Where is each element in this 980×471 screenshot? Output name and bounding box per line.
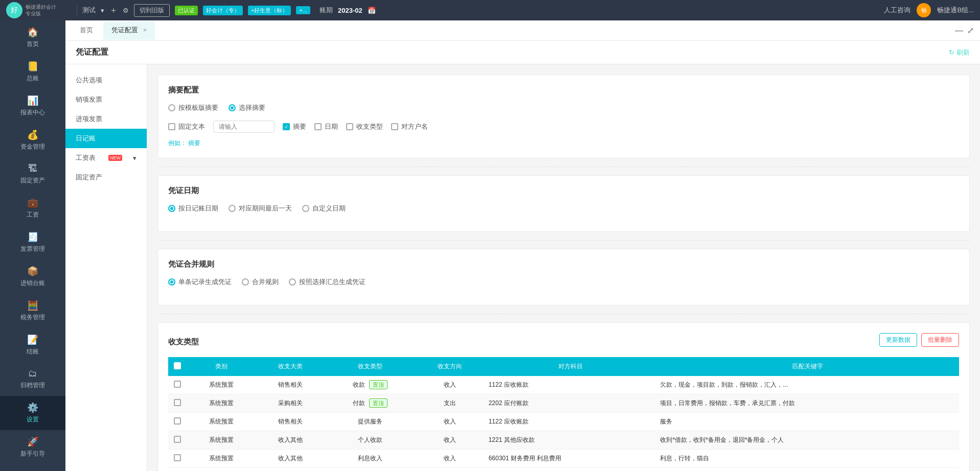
- th-major: 收支大类: [256, 357, 325, 376]
- row4-checkbox-box[interactable]: [174, 436, 181, 443]
- calendar-icon[interactable]: 📅: [368, 7, 376, 14]
- tab-close-icon[interactable]: ×: [143, 26, 147, 34]
- left-nav-journal[interactable]: 日记账: [65, 129, 147, 148]
- left-nav-public[interactable]: 公共选项: [65, 70, 147, 90]
- row5-major: 收入其他: [256, 450, 325, 468]
- sidebar-item-ledger[interactable]: 📒 总账: [0, 55, 65, 89]
- date-radio-custom[interactable]: 自定义日期: [302, 204, 346, 213]
- sidebar-item-fixed-assets[interactable]: 🏗 固定资产: [0, 157, 65, 191]
- row4-account: 1221 其他应收款: [485, 431, 656, 450]
- sidebar-item-settings[interactable]: ⚙️ 设置: [0, 396, 65, 430]
- tab-home[interactable]: 首页: [72, 21, 101, 40]
- checkbox-date[interactable]: 日期: [314, 122, 338, 131]
- date-radio-journal[interactable]: 按日记账日期: [168, 204, 218, 213]
- purchase-icon: 📦: [27, 266, 38, 277]
- row1-account: 1122 应收账款: [485, 376, 656, 394]
- summary-checkbox: ✓: [283, 123, 290, 130]
- row5-checkbox-box[interactable]: [174, 454, 181, 461]
- ledger-icon: 📒: [27, 61, 38, 72]
- summary-radio-template[interactable]: 按模板版摘要: [168, 103, 218, 112]
- update-data-button[interactable]: 更新数据: [879, 333, 917, 347]
- row5-checkbox[interactable]: [168, 450, 187, 468]
- left-nav-fixed-assets-sub[interactable]: 固定资产: [65, 168, 147, 187]
- merge-radio-merge[interactable]: 合并规则: [242, 277, 279, 287]
- summary-config-title: 摘要配置: [168, 85, 959, 95]
- sidebar-item-invoice[interactable]: 🧾 发票管理: [0, 225, 65, 260]
- topbar: 好 畅捷通好会计 专业版 测试 ▾ ＋ ⚙ 切到旧版 已认证 好会计（专） +好…: [0, 0, 980, 20]
- tab-voucher-config[interactable]: 凭证配置 ×: [103, 21, 155, 40]
- checkbox-counterpart[interactable]: 对方户名: [391, 122, 428, 131]
- table-row: 系统预置 销售相关 收款 置顶 收入 1122 应收账款 欠款，现金，项目款，到…: [168, 376, 959, 394]
- left-nav-sales-invoice[interactable]: 销项发票: [65, 90, 147, 109]
- checkbox-summary[interactable]: ✓ 摘要: [283, 122, 306, 131]
- row2-checkbox-box[interactable]: [174, 399, 181, 406]
- row1-direction: 收入: [415, 376, 484, 394]
- sidebar-item-salary[interactable]: 💼 工资: [0, 191, 65, 225]
- topbar-dropdown-icon[interactable]: ▾: [101, 7, 104, 14]
- date-radio-journal-circle: [168, 205, 175, 212]
- sidebar-item-archive[interactable]: 🗂 归档管理: [0, 362, 65, 396]
- row3-checkbox[interactable]: [168, 413, 187, 431]
- row1-keywords: 欠款，现金，项目款，到款，报销款，汇入，...: [656, 376, 959, 394]
- sidebar-item-home[interactable]: 🏠 首页: [0, 20, 65, 55]
- page-title: 凭证配置: [76, 47, 108, 58]
- sidebar-label-home: 首页: [27, 40, 39, 49]
- user-avatar[interactable]: 畅: [917, 3, 931, 17]
- sidebar-label-salary: 工资: [27, 210, 39, 219]
- sidebar-label-ledger: 总账: [27, 74, 39, 83]
- row5-keywords: 利息，行转，猫自: [656, 450, 959, 468]
- left-nav-purchase-invoice[interactable]: 进项发票: [65, 109, 147, 129]
- period-label: 账期: [320, 6, 333, 15]
- salary-icon: 💼: [27, 197, 38, 208]
- sidebar-label-archive: 归档管理: [20, 381, 45, 390]
- merge-rules-radio-group: 单条记录生成凭证 合并规则 按照选择汇总生成凭证: [168, 277, 959, 287]
- sidebar-item-funds[interactable]: 💰 资金管理: [0, 123, 65, 157]
- sidebar-item-closing[interactable]: 📝 结账: [0, 328, 65, 362]
- sidebar-item-guide[interactable]: 🚀 新手引导: [0, 430, 65, 464]
- sidebar-label-purchase: 进销台账: [20, 279, 45, 288]
- checkbox-fixed-text[interactable]: 固定文本: [168, 122, 205, 131]
- topbar-add-icon[interactable]: ＋: [109, 5, 118, 16]
- tab-bar: 首页 凭证配置 × — ⤢: [65, 20, 980, 41]
- row1-checkbox-box[interactable]: [174, 381, 181, 388]
- sidebar-item-purchase[interactable]: 📦 进销台账: [0, 260, 65, 294]
- topbar-settings-icon[interactable]: ⚙: [123, 7, 129, 14]
- checkbox-income-type[interactable]: 收支类型: [346, 122, 383, 131]
- row2-tag: 置顶: [369, 398, 388, 408]
- merge-radio-select-total[interactable]: 按照选择汇总生成凭证: [289, 277, 366, 287]
- row2-checkbox[interactable]: [168, 394, 187, 413]
- sidebar-label-invoice: 发票管理: [20, 245, 45, 253]
- row1-checkbox[interactable]: [168, 376, 187, 394]
- switch-version-button[interactable]: 切到旧版: [134, 4, 170, 17]
- example-text: 例如： 摘要: [168, 139, 959, 148]
- sidebar-item-reports[interactable]: 📊 报表中心: [0, 89, 65, 123]
- row4-category: 系统预置: [187, 431, 256, 450]
- tab-minimize-button[interactable]: —: [955, 26, 963, 35]
- product-tag2: +好生意（标）: [248, 6, 291, 15]
- summary-radio-select[interactable]: 选择摘要: [229, 103, 265, 112]
- left-nav-payroll[interactable]: 工资表 NEW ▾: [65, 148, 147, 168]
- th-checkbox[interactable]: [168, 357, 187, 376]
- page-body: 公共选项 销项发票 进项发票 日记账 工资表 NEW ▾: [65, 64, 980, 471]
- refresh-button[interactable]: ↻ 刷新: [949, 48, 970, 57]
- select-all-checkbox[interactable]: [174, 362, 181, 369]
- help-link[interactable]: 人工咨询: [884, 6, 910, 15]
- fixed-text-input[interactable]: [213, 121, 275, 133]
- summary-radio-select-circle: [229, 104, 236, 111]
- th-account: 对方科目: [485, 357, 656, 376]
- income-type-checkbox: [346, 123, 353, 130]
- sidebar: 🏠 首页 📒 总账 📊 报表中心 💰 资金管理 🏗 固定资产 💼 工资 🧾 发票…: [0, 20, 65, 471]
- sidebar-item-vip[interactable]: 👑 畅会员: [0, 464, 65, 471]
- period-value: 2023-02: [338, 7, 362, 14]
- row4-checkbox[interactable]: [168, 431, 187, 450]
- sidebar-item-tax[interactable]: 🧮 税务管理: [0, 294, 65, 328]
- tab-expand-button[interactable]: ⤢: [967, 26, 974, 35]
- row3-type: 提供服务: [325, 413, 415, 431]
- batch-delete-button[interactable]: 批量删除: [921, 333, 959, 347]
- row2-direction: 支出: [415, 394, 484, 413]
- row3-checkbox-box[interactable]: [174, 417, 181, 425]
- date-radio-last[interactable]: 对应期间最后一天: [229, 204, 292, 213]
- merge-radio-single[interactable]: 单条记录生成凭证: [168, 277, 232, 287]
- th-direction: 收支方向: [415, 357, 484, 376]
- voucher-date-title: 凭证日期: [168, 186, 959, 196]
